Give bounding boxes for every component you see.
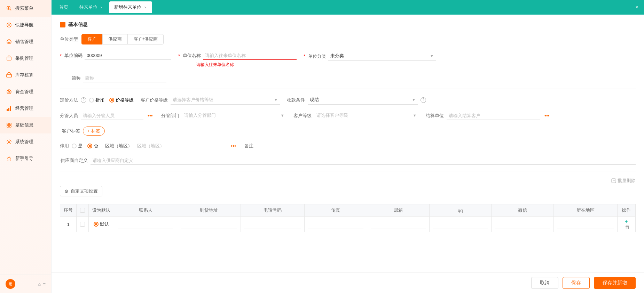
row-default-radio[interactable]: 默认 <box>92 221 110 227</box>
row-address-input[interactable] <box>181 220 237 228</box>
sidebar-item-basic-label: 基础信息 <box>15 122 33 128</box>
section-title: 基本信息 <box>68 22 88 28</box>
disabled-no-dot <box>89 145 91 147</box>
region-input[interactable] <box>135 142 227 150</box>
row-seq: 1 <box>60 217 77 232</box>
unit-code-input[interactable] <box>85 51 171 60</box>
row-contact-input[interactable] <box>118 220 173 228</box>
bottom-actions: ⌂ ≡ <box>38 282 46 287</box>
bars-icon[interactable]: ≡ <box>43 282 46 287</box>
custom-settings-btn[interactable]: ⚙ 自定义项设置 <box>60 186 102 196</box>
tab-new-partner[interactable]: 新增往来单位 × <box>109 1 152 13</box>
row-default-dot <box>95 223 97 225</box>
col-region: 所在地区 <box>553 204 617 217</box>
row-region-input[interactable] <box>557 220 614 228</box>
unit-name-input[interactable] <box>203 51 297 60</box>
add-tag-btn[interactable]: + 标签 <box>83 127 105 136</box>
unit-name-required: * <box>178 53 180 58</box>
settlement-unit-input[interactable] <box>447 112 540 120</box>
unit-type-supplier[interactable]: 供应商 <box>102 34 128 44</box>
payment-terms-label: 收款条件 <box>287 97 305 103</box>
inventory-icon <box>6 72 13 79</box>
unit-type-both[interactable]: 客户/供应商 <box>128 34 164 44</box>
unit-type-customer[interactable]: 客户 <box>81 34 102 44</box>
tab-bar-close-btn[interactable]: × <box>633 3 641 12</box>
svg-rect-17 <box>7 125 9 127</box>
customer-level-select[interactable]: 请选择客户等级 ▼ <box>314 111 419 120</box>
manager-label: 分管人员 <box>60 113 78 119</box>
disabled-no[interactable]: 否 <box>87 143 98 149</box>
region-ellipsis[interactable]: ••• <box>229 143 237 149</box>
customer-price-level-label: 客户价格等级 <box>141 97 168 103</box>
batch-delete-label[interactable]: 批量删除 <box>618 178 636 184</box>
svg-rect-16 <box>9 123 11 125</box>
manager-ellipsis[interactable]: ••• <box>146 113 154 119</box>
payment-terms-select[interactable]: 现结 ▼ <box>308 95 418 105</box>
settlement-unit-ellipsis[interactable]: ••• <box>543 113 551 119</box>
tab-partners-close[interactable]: × <box>100 5 103 9</box>
pricing-price-level-circle <box>109 98 114 103</box>
col-seq: 序号 <box>60 204 77 217</box>
tab-home-label: 首页 <box>59 4 68 10</box>
row-region <box>553 217 617 232</box>
remarks-input[interactable] <box>256 142 384 150</box>
svg-rect-8 <box>7 57 11 60</box>
remarks-label: 备注 <box>244 143 253 149</box>
sidebar-item-purchase[interactable]: 采购管理 <box>0 50 51 67</box>
save-and-add-btn[interactable]: 保存并新增 <box>594 277 636 289</box>
unit-type-label: 单位类型 <box>60 36 78 42</box>
manager-input[interactable] <box>81 112 143 120</box>
row-wechat-input[interactable] <box>495 220 550 228</box>
row-email-input[interactable] <box>371 220 426 228</box>
col-qq: qq <box>429 204 491 217</box>
sidebar-item-guide[interactable]: 新手引导 <box>0 150 51 167</box>
sidebar-item-inventory[interactable]: 库存核算 <box>0 67 51 83</box>
unit-category-select[interactable]: 未分类 ▼ <box>328 51 436 61</box>
short-name-input[interactable] <box>83 74 166 82</box>
footer: 取消 保存 保存并新增 <box>52 272 644 293</box>
disabled-yes[interactable]: 是 <box>72 143 83 149</box>
sidebar-item-purchase-label: 采购管理 <box>15 55 33 62</box>
payment-terms-help-icon[interactable]: ? <box>421 97 426 103</box>
row-checkbox[interactable] <box>80 222 85 227</box>
operations-icon <box>6 105 13 112</box>
sidebar-item-search[interactable]: 搜索菜单 <box>0 0 51 17</box>
customer-price-level-select[interactable]: 请选择客户价格等级 ▼ <box>171 95 280 105</box>
header-checkbox[interactable] <box>80 208 85 213</box>
svg-rect-15 <box>7 123 9 125</box>
divider-2 <box>60 171 636 171</box>
sidebar-item-sales[interactable]: 销售管理 <box>0 33 51 50</box>
tab-partners[interactable]: 往来单位 × <box>74 1 108 13</box>
cancel-btn[interactable]: 取消 <box>531 277 558 289</box>
sidebar-item-finance[interactable]: ¥ 资金管理 <box>0 83 51 100</box>
customer-level-label: 客户等级 <box>293 113 312 119</box>
row-add-btn[interactable]: + <box>625 219 628 224</box>
code-name-category-row: * 单位编码 * 单位名称 请输入往来单位名称 * 单位分类 <box>60 51 636 68</box>
save-btn[interactable]: 保存 <box>563 277 590 289</box>
sidebar-item-system[interactable]: 系统管理 <box>0 133 51 150</box>
disabled-yes-label: 是 <box>78 143 83 149</box>
main-area: 首页 往来单位 × 新增往来单位 × × 基本信息 单位类型 <box>52 0 644 293</box>
tab-bar: 首页 往来单位 × 新增往来单位 × × <box>52 0 644 15</box>
supplier-custom-input[interactable] <box>91 156 636 165</box>
home-icon[interactable]: ⌂ <box>38 282 41 287</box>
disabled-row: 停用 是 否 区 <box>60 142 636 150</box>
sidebar-item-quick-nav[interactable]: 快捷导航 <box>0 17 51 33</box>
tab-home[interactable]: 首页 <box>54 1 73 13</box>
row-phone-input[interactable] <box>244 220 301 228</box>
add-tag-label: + 标签 <box>87 128 100 134</box>
sidebar-item-basic[interactable]: 基础信息 <box>0 117 51 133</box>
row-fax-input[interactable] <box>308 220 363 228</box>
disabled-no-label: 否 <box>94 143 98 149</box>
row-qq-input[interactable] <box>433 220 488 228</box>
row-delete-btn[interactable]: 🗑 <box>625 224 630 230</box>
pricing-help-icon[interactable]: ? <box>81 97 86 103</box>
pricing-row: 定价方法 ? 折扣 价格等级 <box>60 95 636 105</box>
pricing-discount[interactable]: 折扣 <box>89 97 104 103</box>
department-select[interactable]: 请输入分管部门 ▼ <box>182 111 286 120</box>
pricing-price-level-label: 价格等级 <box>116 97 134 103</box>
sidebar-item-operations[interactable]: 经营管理 <box>0 100 51 117</box>
col-fax: 传真 <box>305 204 367 217</box>
pricing-price-level[interactable]: 价格等级 <box>109 97 134 103</box>
tab-new-partner-close[interactable]: × <box>143 5 147 9</box>
